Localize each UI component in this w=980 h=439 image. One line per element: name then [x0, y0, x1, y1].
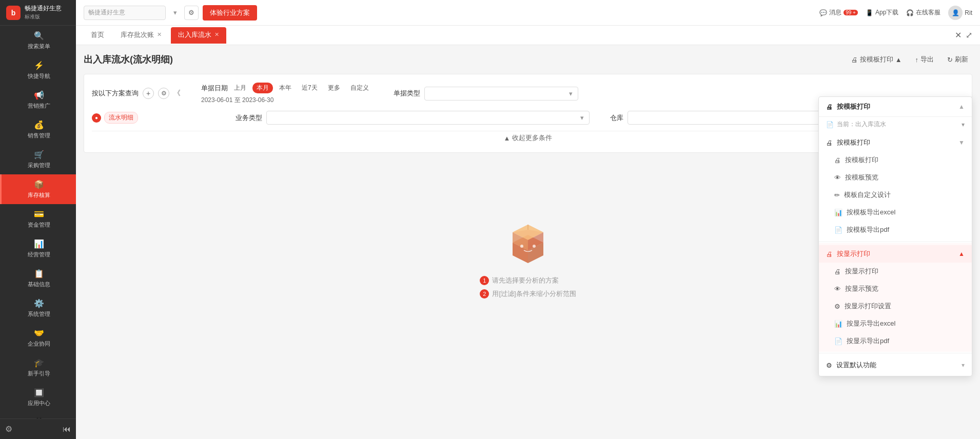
default-settings-icon: ⚙ — [826, 362, 832, 369]
template-pdf-item[interactable]: 📄 按模板导出pdf — [819, 221, 972, 238]
close-all-icon[interactable]: ✕ — [955, 30, 962, 40]
section1-chevron: ▼ — [958, 139, 965, 146]
section-template-print: 🖨 按模板打印 ▼ 🖨 按模板打印 👁 按模板预览 ✏ 模板自定义设计 — [819, 132, 972, 241]
sidebar-logo: b 畅捷通好生意 标准版 — [0, 0, 76, 26]
message-button[interactable]: 💬 消息 99 + — [819, 8, 858, 17]
avatar: 👤 — [948, 6, 963, 20]
appcenter-icon: 🔲 — [34, 388, 44, 397]
expand-icon[interactable]: ⤢ — [966, 30, 972, 40]
type-select[interactable]: ▾ — [424, 87, 578, 101]
operations-icon: 📊 — [34, 239, 44, 249]
logo-version: 标准版 — [25, 13, 62, 21]
display-print-label: 按显示打印 — [845, 267, 878, 276]
sidebar-item-basic[interactable]: 📋 基础信息 — [0, 264, 76, 293]
sidebar-item-wxwork[interactable]: 💬 企业微信 — [0, 412, 76, 418]
settings-gear-icon[interactable]: ⚙ — [5, 424, 12, 434]
sidebar-item-guide[interactable]: 🎓 新手引导 — [0, 353, 76, 383]
company-selector[interactable] — [84, 6, 166, 20]
section-display-print-header[interactable]: 🖨 按显示打印 ▲ — [819, 245, 972, 263]
template-design-label: 模板自定义设计 — [844, 190, 891, 199]
date-tab-more[interactable]: 更多 — [324, 82, 344, 94]
sidebar-item-collab[interactable]: 🤝 企业协同 — [0, 323, 76, 353]
business-type-filter: 业务类型 ▾ — [236, 111, 590, 125]
display-section-icon: 🖨 — [826, 250, 833, 258]
refresh-button[interactable]: ↻ 刷新 — [943, 53, 972, 66]
tab-batch-ledger[interactable]: 库存批次账 ✕ — [113, 27, 169, 44]
page-content: 出入库流水(流水明细) 🖨 按模板打印 ▲ ↑ 导出 ↻ 刷新 — [76, 45, 980, 439]
tab-batch-ledger-close[interactable]: ✕ — [157, 31, 162, 38]
display-print-item[interactable]: 🖨 按显示打印 — [819, 263, 972, 280]
logo-icon: b — [6, 6, 21, 20]
company-dropdown-icon[interactable]: ▾ — [170, 8, 180, 18]
date-tab-custom[interactable]: 自定义 — [346, 82, 373, 94]
sidebar-item-label: 系统管理 — [28, 310, 50, 318]
sidebar-item-operations[interactable]: 📊 经营管理 — [0, 234, 76, 264]
sidebar-item-purchase[interactable]: 🛒 采购管理 — [0, 145, 76, 174]
filter-settings-button[interactable]: ⚙ — [158, 88, 169, 99]
current-chevron: ▾ — [962, 121, 965, 128]
template-excel-item[interactable]: 📊 按模板导出excel — [819, 204, 972, 221]
dropdown-divider-1 — [819, 242, 972, 242]
sidebar-item-label: 库存核算 — [28, 191, 50, 199]
date-tab-lastmonth[interactable]: 上月 — [230, 82, 250, 94]
sidebar-item-quicknav[interactable]: ⚡ 快捷导航 — [0, 55, 76, 85]
display-excel-label: 按显示导出excel — [847, 319, 895, 328]
export-button[interactable]: ↑ 导出 — [911, 53, 938, 66]
template-print-icon: 🖨 — [826, 139, 833, 147]
date-tab-thismonth[interactable]: 本月 — [252, 83, 273, 93]
tab-stock-flow[interactable]: 出入库流水 ✕ — [171, 27, 226, 44]
collapse-sidebar-icon[interactable]: ⏮ — [63, 425, 71, 434]
filter-tag[interactable]: 流水明细 — [104, 112, 138, 124]
display-preview-label: 按显示预览 — [845, 284, 878, 293]
print-chevron-icon: ▲ — [895, 56, 902, 64]
template-design-item[interactable]: ✏ 模板自定义设计 — [819, 186, 972, 204]
tip-item-1: 1 请先选择要分析的方案 — [480, 276, 576, 285]
tab-stock-flow-close[interactable]: ✕ — [214, 31, 219, 38]
section2-chevron: ▲ — [958, 250, 965, 257]
display-excel-item[interactable]: 📊 按显示导出excel — [819, 315, 972, 332]
quicknav-icon: ⚡ — [34, 61, 44, 70]
template-excel-icon: 📊 — [834, 209, 842, 216]
sidebar-item-finance[interactable]: 💳 资金管理 — [0, 204, 76, 234]
search-icon: 🔍 — [34, 31, 44, 41]
purchase-icon: 🛒 — [34, 150, 44, 159]
filter-add-button[interactable]: + — [143, 88, 154, 99]
template-print-item[interactable]: 🖨 按模板打印 — [819, 151, 972, 169]
tag-area: ● 流水明细 — [92, 112, 225, 124]
date-tab-7days[interactable]: 近7天 — [298, 82, 322, 94]
print-template-label: 按模板打印 — [860, 55, 893, 64]
sidebar-item-marketing[interactable]: 📢 营销推广 — [0, 85, 76, 115]
template-preview-icon: 👁 — [834, 174, 841, 182]
display-print-settings-item[interactable]: ⚙ 按显示打印设置 — [819, 297, 972, 315]
sidebar-item-label: 经营管理 — [28, 251, 50, 258]
trial-button[interactable]: 体验行业方案 — [203, 5, 257, 21]
sidebar-item-sales[interactable]: 💰 销售管理 — [0, 115, 76, 145]
online-service-button[interactable]: 🎧 在线客服 — [906, 8, 940, 17]
sidebar-item-search[interactable]: 🔍 搜索菜单 — [0, 26, 76, 55]
section3-chevron: ▾ — [962, 362, 965, 369]
tab-home-label: 首页 — [91, 30, 104, 39]
display-pdf-item[interactable]: 📄 按显示导出pdf — [819, 332, 972, 350]
dropdown-header-chevron[interactable]: ▲ — [958, 103, 965, 110]
display-excel-icon: 📊 — [834, 320, 842, 328]
app-download-button[interactable]: 📱 App下载 — [866, 8, 898, 17]
sidebar-item-appcenter[interactable]: 🔲 应用中心 — [0, 383, 76, 412]
section-display-label: 按显示打印 — [837, 249, 870, 258]
sidebar-item-system[interactable]: ⚙️ 系统管理 — [0, 293, 76, 323]
sidebar-item-inventory[interactable]: 📦 库存核算 — [0, 174, 76, 204]
user-profile[interactable]: 👤 Rit — [948, 6, 972, 20]
business-type-select[interactable]: ▾ — [266, 111, 590, 125]
template-preview-item[interactable]: 👁 按模板预览 — [819, 169, 972, 186]
filter-collapse-icon[interactable]: 《 — [173, 89, 181, 98]
section-template-print-header[interactable]: 🖨 按模板打印 ▼ — [819, 134, 972, 151]
section-default-header[interactable]: ⚙ 设置默认功能 ▾ — [819, 356, 972, 374]
topbar-settings-icon[interactable]: ⚙ — [184, 6, 199, 20]
svg-point-9 — [533, 245, 536, 248]
sidebar-item-label: 快捷导航 — [28, 72, 50, 80]
tab-home[interactable]: 首页 — [84, 27, 111, 44]
date-tab-thisyear[interactable]: 本年 — [275, 82, 296, 94]
main-content: ▾ ⚙ 体验行业方案 💬 消息 99 + 📱 App下载 🎧 在线客服 👤 Ri… — [76, 0, 980, 439]
collapse-more-label: 收起更多条件 — [512, 133, 552, 143]
print-template-button[interactable]: 🖨 按模板打印 ▲ — [847, 53, 906, 66]
display-preview-item[interactable]: 👁 按显示预览 — [819, 280, 972, 297]
